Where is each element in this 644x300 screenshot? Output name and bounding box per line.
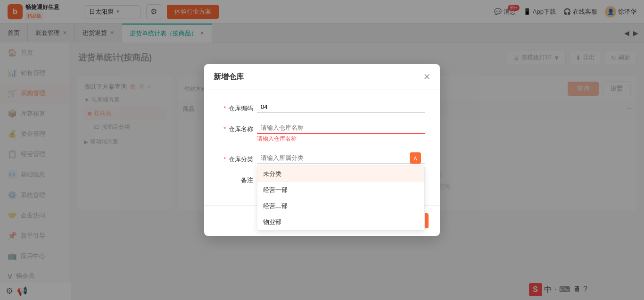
dropdown-item-2[interactable]: 经营二部 xyxy=(257,198,424,214)
name-label: * 仓库名称 xyxy=(219,122,257,133)
cat-required-star: * xyxy=(223,156,226,163)
modal-overlay: 新增仓库 ✕ * 仓库编码 * 仓库名称 xyxy=(0,0,644,300)
category-label: * 仓库分类 xyxy=(219,152,257,164)
category-dropdown: 未分类 经营一部 经营二部 物业部 xyxy=(257,166,425,231)
warehouse-modal: 新增仓库 ✕ * 仓库编码 * 仓库名称 xyxy=(204,64,440,236)
category-input[interactable] xyxy=(257,152,425,164)
required-star: * xyxy=(223,105,226,112)
category-arrow-icon[interactable]: ∧ xyxy=(410,152,421,164)
name-input[interactable] xyxy=(257,122,425,134)
name-input-wrapper: 请输入仓库名称 xyxy=(257,122,425,143)
form-row-code: * 仓库编码 xyxy=(219,101,425,113)
code-label-text: 仓库编码 xyxy=(229,105,253,112)
modal-close-button[interactable]: ✕ xyxy=(423,72,430,82)
dropdown-item-1[interactable]: 经营一部 xyxy=(257,182,424,198)
remark-label: 备注 xyxy=(219,173,257,184)
name-error-msg: 请输入仓库名称 xyxy=(257,135,425,143)
name-label-text: 仓库名称 xyxy=(229,125,253,133)
category-select-wrapper: ∧ 未分类 经营一部 经营二部 物业部 xyxy=(257,152,425,164)
form-row-name: * 仓库名称 请输入仓库名称 xyxy=(219,122,425,143)
dropdown-item-3[interactable]: 物业部 xyxy=(257,214,424,230)
dropdown-item-0[interactable]: 未分类 xyxy=(257,166,424,182)
modal-body: * 仓库编码 * 仓库名称 请输入仓库名称 xyxy=(204,90,440,205)
name-required-star: * xyxy=(223,125,226,133)
form-row-category: * 仓库分类 ∧ 未分类 经营一部 经营二部 物业部 xyxy=(219,152,425,164)
modal-title: 新增仓库 xyxy=(214,72,244,82)
category-label-text: 仓库分类 xyxy=(229,156,253,163)
code-label: * 仓库编码 xyxy=(219,101,257,113)
code-input[interactable] xyxy=(257,101,425,113)
modal-header: 新增仓库 ✕ xyxy=(204,64,440,90)
